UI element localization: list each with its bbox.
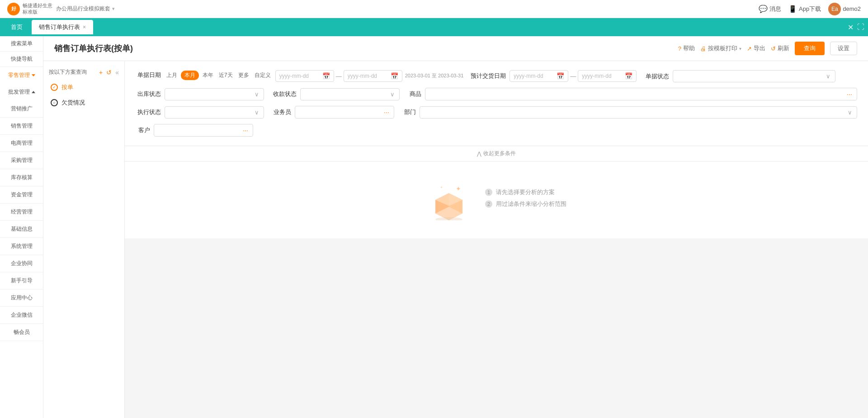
message-button[interactable]: 💬 消息 [759,5,781,13]
this-month-btn[interactable]: 本月 [181,71,199,80]
date-to-input[interactable]: yyyy-mm-dd 📅 [344,70,402,82]
wholesale-arrow-icon [32,91,35,93]
tab-sales-order[interactable]: 销售订单执行表 × [32,20,93,34]
refresh-scheme-icon[interactable]: ↺ [106,69,112,76]
expected-cal-from-icon: 📅 [557,72,564,80]
breadcrumb-arrow-icon: ▾ [112,6,115,12]
sidebar-item-appcenter[interactable]: 应用中心 [0,290,43,307]
sidebar-item-enterprise[interactable]: 企业协同 [0,255,43,272]
message-icon: 💬 [759,5,768,13]
sidebar-item-marketing[interactable]: 营销推广 [0,100,43,118]
download-icon: 📱 [788,5,797,13]
doc-status-label: 单据状态 [644,72,669,81]
customer-label: 客户 [136,126,150,134]
salesman-select[interactable]: ··· [295,106,394,119]
sidebar-item-business[interactable]: 经营管理 [0,204,43,221]
sidebar-item-finance[interactable]: 资金管理 [0,186,43,204]
collapse-panel-icon[interactable]: « [115,69,119,76]
dept-label: 部门 [401,108,416,116]
exec-status-label: 执行状态 [136,108,161,116]
print-button[interactable]: 🖨 按模板打印 ▾ [700,44,741,52]
calendar-to-icon: 📅 [391,72,398,80]
user-profile[interactable]: Ea demo2 [828,3,861,15]
empty-illustration: ✦ ✦ [426,180,472,220]
date-label: 单据日期 [136,71,161,79]
customer-dots-icon[interactable]: ··· [243,127,248,134]
date-from-input[interactable]: yyyy-mm-dd 📅 [275,70,334,82]
sidebar: 搜索菜单 快捷导航 零售管理 批发管理 营销推广 销售管理 电商管理 采购管理 … [0,36,43,418]
user-avatar: Ea [828,3,841,15]
close-window-icon[interactable]: ✕ [848,23,854,32]
logo-icon: 好 [7,3,20,15]
goods-label: 商品 [407,90,421,98]
expected-date-to[interactable]: yyyy-mm-dd 📅 [578,70,637,82]
svg-text:✦: ✦ [456,185,461,192]
left-panel-title: 按以下方案查询 [49,68,87,76]
date-range-text: 2023-03-01 至 2023-03-31 [405,72,464,79]
receipt-status-label: 收款状态 [271,90,297,98]
sidebar-item-system[interactable]: 系统管理 [0,238,43,255]
last-month-btn[interactable]: 上月 [165,71,179,80]
exec-status-chevron-icon: ∨ [255,109,259,116]
sidebar-item-basics[interactable]: 基础信息 [0,221,43,238]
tab-close-icon[interactable]: × [83,24,86,30]
page-title: 销售订单执行表(按单) [54,43,133,54]
empty-state: ✦ ✦ 1 请先选择要分析的方案 2 [125,162,868,238]
doc-status-chevron-icon: ∨ [826,73,830,80]
dept-select[interactable]: ∨ [420,106,857,119]
sidebar-item-wholesale[interactable]: 批发管理 [0,84,43,100]
logo: 好 畅捷通好生意 标准版 [7,3,52,15]
sidebar-quick-nav[interactable]: 快捷导航 [0,52,43,67]
export-icon: ↗ [747,45,752,52]
sidebar-item-member[interactable]: 畅会员 [0,324,43,341]
export-button[interactable]: ↗ 导出 [747,44,765,52]
exec-status-select[interactable]: ∨ [165,106,264,119]
goods-select[interactable]: ··· [425,88,857,100]
out-status-label: 出库状态 [136,90,161,98]
dept-chevron-icon: ∨ [848,109,852,116]
this-year-btn[interactable]: 本年 [201,71,215,80]
salesman-dots-icon[interactable]: ··· [384,109,389,116]
scheme-item-by-order[interactable]: ✓ 按单 [43,80,124,95]
refresh-icon: ↺ [771,45,776,52]
calendar-from-icon: 📅 [322,72,330,80]
recent7-btn[interactable]: 近7天 [217,71,235,80]
custom-btn[interactable]: 自定义 [253,71,273,80]
scheme-icon-order: ✓ [51,84,58,91]
out-status-select[interactable]: ∨ [165,88,264,100]
sidebar-item-inventory[interactable]: 库存核算 [0,169,43,186]
sidebar-item-wechat[interactable]: 企业微信 [0,307,43,324]
more-btn[interactable]: 更多 [236,71,251,80]
svg-point-4 [435,217,462,220]
expected-date-from[interactable]: yyyy-mm-dd 📅 [509,70,568,82]
sidebar-item-purchase[interactable]: 采购管理 [0,152,43,169]
sidebar-item-retail[interactable]: 零售管理 [0,67,43,84]
sidebar-item-ecommerce[interactable]: 电商管理 [0,135,43,152]
maximize-icon[interactable]: ⛶ [857,23,864,31]
retail-arrow-icon [32,74,35,76]
help-button[interactable]: ? 帮助 [678,44,695,52]
print-icon: 🖨 [700,45,706,52]
app-download-button[interactable]: 📱 App下载 [788,5,821,13]
receipt-status-chevron-icon: ∨ [390,91,395,98]
goods-dots-icon[interactable]: ··· [847,90,852,98]
sidebar-item-newuser[interactable]: 新手引导 [0,272,43,290]
receipt-status-select[interactable]: ∨ [300,88,400,100]
customer-select[interactable]: ··· [154,124,253,137]
collapse-btn[interactable]: ⋀ 收起更多条件 [477,150,516,157]
settings-button[interactable]: 设置 [830,42,857,55]
sidebar-search[interactable]: 搜索菜单 [0,36,43,52]
empty-text: 1 请先选择要分析的方案 2 用过滤条件来缩小分析范围 [485,188,566,212]
tab-home[interactable]: 首页 [4,20,30,34]
sidebar-item-sales[interactable]: 销售管理 [0,118,43,135]
help-icon: ? [678,45,681,52]
svg-text:✦: ✦ [440,185,443,190]
logo-text: 畅捷通好生意 标准版 [23,3,52,14]
query-button[interactable]: 查询 [795,42,825,55]
add-scheme-icon[interactable]: + [99,69,103,76]
scheme-item-shortage[interactable]: ○ 欠货情况 [43,95,124,110]
refresh-button[interactable]: ↺ 刷新 [771,44,789,52]
scheme-icon-shortage: ○ [51,99,58,106]
doc-status-select[interactable]: ∨ [673,70,835,82]
breadcrumb[interactable]: 办公用品行业模拟账套 ▾ [56,5,115,13]
